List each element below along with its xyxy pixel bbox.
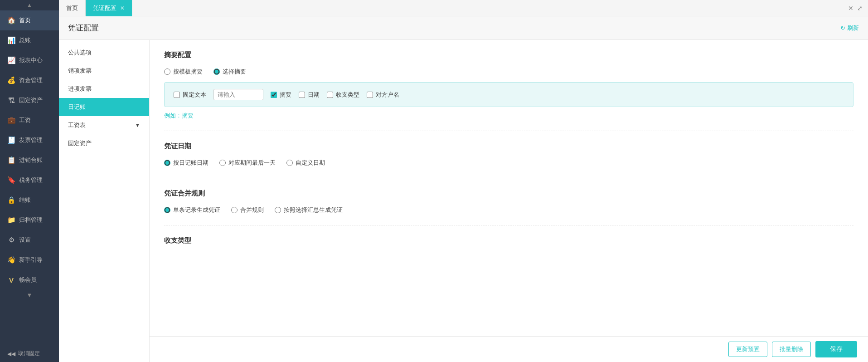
radio-single-record-input[interactable]	[164, 207, 170, 213]
left-nav-sales-invoice-label: 销项发票	[68, 67, 92, 75]
checkbox-date[interactable]: 日期	[299, 91, 320, 99]
right-scrollable[interactable]: 摘要配置 按模板摘要 选择摘要	[150, 40, 868, 336]
tab-maximize-button[interactable]: ⤢	[857, 5, 863, 12]
checkbox-summary[interactable]: 摘要	[271, 91, 291, 99]
left-nav-item-sales-invoice[interactable]: 销项发票	[59, 62, 149, 80]
radio-last-day[interactable]: 对应期间最后一天	[219, 159, 276, 167]
unpin-label: 取消固定	[18, 350, 40, 357]
tab-minimize-button[interactable]: ✕	[848, 5, 853, 12]
merge-section-title: 凭证合并规则	[164, 189, 853, 198]
sidebar-item-purchase-sale[interactable]: 📋 进销台账	[0, 150, 59, 170]
left-nav-item-purchase-invoice[interactable]: 进项发票	[59, 80, 149, 98]
radio-journal-date[interactable]: 按日记账日期	[164, 159, 209, 167]
radio-template-summary-label: 按模板摘要	[173, 68, 203, 76]
sidebar-scroll-down[interactable]: ▼	[0, 290, 59, 300]
tab-bar: 首页 凭证配置 ✕ ✕ ⤢	[59, 0, 868, 16]
sidebar-item-invoice-mgmt[interactable]: 🧾 发票管理	[0, 130, 59, 150]
radio-select-merge[interactable]: 按照选择汇总生成凭证	[275, 206, 343, 214]
left-nav-purchase-invoice-label: 进项发票	[68, 85, 92, 93]
update-preset-button[interactable]: 更新预置	[728, 342, 767, 357]
radio-select-summary[interactable]: 选择摘要	[213, 68, 246, 76]
left-nav-item-fixed-assets[interactable]: 固定资产	[59, 134, 149, 152]
archive-icon: 📁	[7, 216, 15, 224]
fixed-text-input[interactable]	[213, 89, 263, 100]
radio-merge-rule-input[interactable]	[231, 207, 238, 213]
radio-template-summary[interactable]: 按模板摘要	[164, 68, 203, 76]
radio-custom-date[interactable]: 自定义日期	[286, 159, 325, 167]
radio-select-merge-input[interactable]	[275, 207, 281, 213]
page-title: 凭证配置	[68, 23, 99, 33]
left-nav: 公共选项 销项发票 进项发票 日记账 工资表 ▼ 固定资产	[59, 40, 150, 362]
sidebar-item-salary[interactable]: 💼 工资	[0, 110, 59, 130]
tax-icon: 🔖	[7, 176, 15, 184]
main-area: 首页 凭证配置 ✕ ✕ ⤢ 凭证配置 ↻ 刷新 公共选项	[59, 0, 868, 362]
checkbox-income-type[interactable]: 收支类型	[327, 91, 359, 99]
sidebar-item-tax[interactable]: 🔖 税务管理	[0, 170, 59, 190]
tab-home[interactable]: 首页	[59, 0, 86, 16]
tab-close-icon[interactable]: ✕	[120, 5, 125, 11]
radio-journal-date-label: 按日记账日期	[173, 159, 209, 167]
sidebar-item-label: 畅会员	[19, 276, 37, 284]
invoice-mgmt-icon: 🧾	[7, 136, 15, 144]
checkbox-counterparty-input[interactable]	[367, 92, 373, 98]
checkbox-fixed-text[interactable]: 固定文本	[174, 91, 206, 99]
checkbox-income-type-label: 收支类型	[336, 91, 359, 99]
summary-section: 摘要配置 按模板摘要 选择摘要	[164, 51, 853, 131]
refresh-button[interactable]: ↻ 刷新	[840, 24, 859, 32]
sidebar-item-home[interactable]: 🏠 首页	[0, 10, 59, 30]
sidebar-item-guide[interactable]: 👋 新手引导	[0, 250, 59, 270]
sidebar: ▲ 🏠 首页 📊 总账 📈 报表中心 💰 资金管理 🏗 固定资产 💼 工资 🧾 …	[0, 0, 59, 362]
merge-section: 凭证合并规则 单条记录生成凭证 合并规则	[164, 189, 853, 225]
refresh-icon: ↻	[840, 24, 845, 31]
salary-icon: 💼	[7, 116, 15, 124]
sidebar-item-settings[interactable]: ⚙ 设置	[0, 230, 59, 250]
checkbox-income-type-input[interactable]	[327, 92, 333, 98]
sidebar-item-funds[interactable]: 💰 资金管理	[0, 70, 59, 90]
tab-home-label: 首页	[66, 4, 78, 12]
sidebar-item-reports[interactable]: 📈 报表中心	[0, 50, 59, 70]
sidebar-item-label: 工资	[19, 116, 31, 124]
tab-voucher-config[interactable]: 凭证配置 ✕	[86, 0, 132, 16]
radio-journal-date-input[interactable]	[164, 160, 170, 166]
checkbox-counterparty-label: 对方户名	[376, 91, 399, 99]
left-nav-item-public[interactable]: 公共选项	[59, 44, 149, 62]
pin-icon: ◀◀	[7, 351, 15, 357]
checkbox-date-label: 日期	[308, 91, 320, 99]
checkbox-date-input[interactable]	[299, 92, 305, 98]
sidebar-item-assets[interactable]: 🏗 固定资产	[0, 90, 59, 110]
checkbox-summary-input[interactable]	[271, 92, 277, 98]
batch-delete-button[interactable]: 批量删除	[772, 342, 811, 357]
sidebar-scroll-up[interactable]: ▲	[0, 0, 59, 10]
sidebar-item-vip[interactable]: V 畅会员	[0, 270, 59, 290]
radio-merge-rule-label: 合并规则	[240, 206, 264, 214]
left-nav-item-journal[interactable]: 日记账	[59, 98, 149, 116]
radio-last-day-input[interactable]	[219, 160, 226, 166]
checkbox-fixed-text-input[interactable]	[174, 92, 180, 98]
close-account-icon: 🔒	[7, 196, 15, 204]
radio-template-summary-input[interactable]	[164, 68, 170, 75]
sidebar-unpin-button[interactable]: ◀◀ 取消固定	[0, 345, 59, 362]
summary-radio-group: 按模板摘要 选择摘要	[164, 68, 853, 76]
left-nav-payroll-label: 工资表	[68, 121, 86, 129]
sidebar-item-label: 进销台账	[19, 156, 43, 164]
save-button[interactable]: 保存	[815, 341, 857, 357]
left-nav-item-payroll[interactable]: 工资表 ▼	[59, 116, 149, 134]
sidebar-item-close[interactable]: 🔒 结账	[0, 190, 59, 210]
sidebar-item-archive[interactable]: 📁 归档管理	[0, 210, 59, 230]
sidebar-item-label: 税务管理	[19, 176, 43, 184]
radio-merge-rule[interactable]: 合并规则	[231, 206, 264, 214]
sidebar-item-ledger[interactable]: 📊 总账	[0, 30, 59, 50]
radio-custom-date-input[interactable]	[286, 160, 293, 166]
purchase-sale-icon: 📋	[7, 156, 15, 164]
radio-single-record-label: 单条记录生成凭证	[173, 206, 220, 214]
radio-select-summary-input[interactable]	[213, 68, 220, 75]
radio-single-record[interactable]: 单条记录生成凭证	[164, 206, 220, 214]
left-nav-fixed-assets-label: 固定资产	[68, 139, 92, 147]
page-layout: 凭证配置 ↻ 刷新 公共选项 销项发票 进项发票 日记账	[59, 16, 868, 362]
checkbox-counterparty[interactable]: 对方户名	[367, 91, 399, 99]
summary-options-box: 固定文本 摘要 日期	[164, 82, 853, 107]
funds-icon: 💰	[7, 76, 15, 84]
checkbox-summary-label: 摘要	[280, 91, 291, 99]
content-area: 公共选项 销项发票 进项发票 日记账 工资表 ▼ 固定资产	[59, 40, 868, 362]
payroll-expand-icon[interactable]: ▼	[135, 122, 140, 128]
